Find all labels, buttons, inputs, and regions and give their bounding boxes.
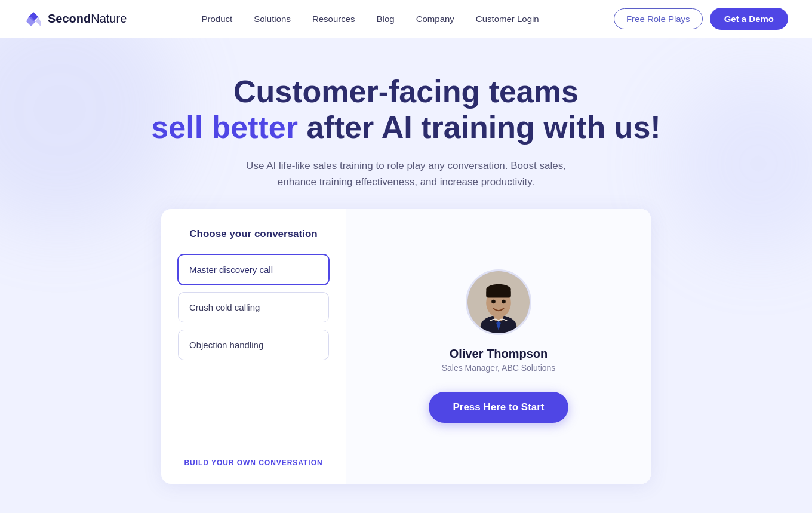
option-objection-handling[interactable]: Objection handling	[178, 330, 329, 360]
hero-title-line1: Customer-facing teams	[233, 74, 579, 109]
nav-item-customer-login[interactable]: Customer Login	[476, 14, 539, 24]
navbar: SecondNature Product Solutions Resources…	[0, 0, 812, 38]
nav-links: Product Solutions Resources Blog Company…	[201, 14, 539, 24]
nav-item-product[interactable]: Product	[201, 14, 232, 24]
get-demo-button[interactable]: Get a Demo	[710, 8, 788, 30]
agent-job-title: Sales Manager, ABC Solutions	[442, 363, 556, 373]
svg-point-7	[502, 300, 506, 304]
nav-actions: Free Role Plays Get a Demo	[614, 8, 788, 30]
svg-rect-5	[486, 290, 511, 298]
build-own-conversation-link[interactable]: BUILD YOUR OWN CONVERSATION	[178, 444, 329, 467]
agent-avatar	[466, 269, 531, 335]
option-crush-cold-calling[interactable]: Crush cold calling	[178, 292, 329, 322]
nav-item-company[interactable]: Company	[416, 14, 454, 24]
free-role-plays-button[interactable]: Free Role Plays	[614, 8, 703, 29]
logo-text: SecondNature	[48, 12, 127, 26]
nav-item-solutions[interactable]: Solutions	[254, 14, 291, 24]
agent-name: Oliver Thompson	[450, 347, 548, 361]
logo[interactable]: SecondNature	[24, 10, 127, 29]
svg-point-6	[491, 300, 496, 304]
hero-title-line2: after AI training with us!	[306, 110, 660, 145]
option-master-discovery[interactable]: Master discovery call	[178, 254, 329, 285]
conversation-card: Choose your conversation Master discover…	[161, 209, 651, 484]
hero-content: Customer-facing teams sell better after …	[0, 38, 812, 508]
hero-subtitle: Use AI life-like sales training to role …	[12, 158, 800, 190]
hero-section: Customer-facing teams sell better after …	[0, 38, 812, 513]
logo-icon	[24, 10, 43, 29]
conversation-left-panel: Choose your conversation Master discover…	[161, 209, 346, 484]
agent-avatar-image	[467, 269, 530, 335]
hero-title-accent: sell better	[151, 110, 298, 145]
choose-conversation-title: Choose your conversation	[178, 228, 329, 240]
nav-item-blog[interactable]: Blog	[377, 14, 395, 24]
bottom-section: World-class companies choose Second Natu…	[0, 508, 812, 513]
hero-title: Customer-facing teams sell better after …	[12, 74, 800, 146]
nav-item-resources[interactable]: Resources	[312, 14, 355, 24]
press-here-to-start-button[interactable]: Press Here to Start	[429, 392, 568, 423]
conversation-right-panel: Oliver Thompson Sales Manager, ABC Solut…	[346, 209, 651, 484]
